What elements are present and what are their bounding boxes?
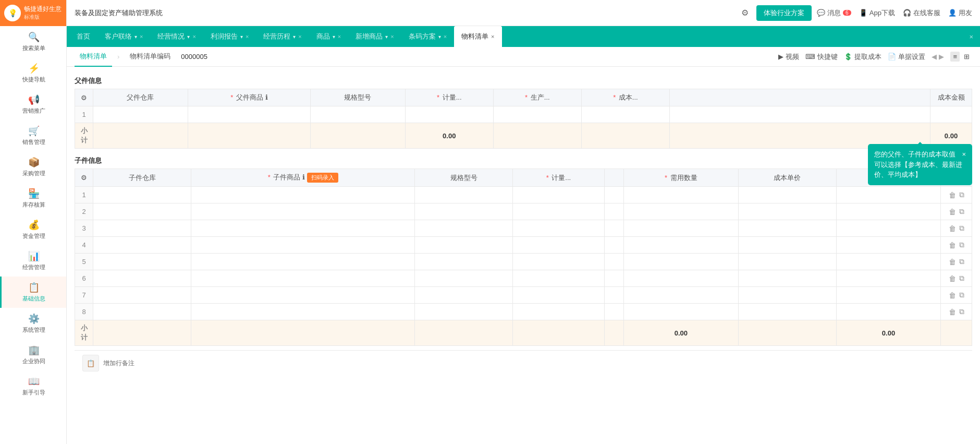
- copy-icon[interactable]: ⧉: [959, 257, 964, 266]
- child-col-gear[interactable]: ⚙: [75, 169, 93, 187]
- copy-icon[interactable]: ⧉: [959, 291, 964, 299]
- child-cell-spec[interactable]: [414, 304, 512, 320]
- parent-cell-unit[interactable]: [405, 106, 493, 123]
- child-cell-spec[interactable]: [414, 237, 512, 254]
- delete-icon[interactable]: 🗑: [949, 274, 956, 283]
- copy-icon[interactable]: ⧉: [959, 207, 964, 216]
- extract-cost-button[interactable]: 💲 提取成本: [844, 52, 881, 62]
- user-menu[interactable]: 👤 用友: [948, 8, 972, 18]
- scan-input-button[interactable]: 扫码录入: [307, 173, 338, 183]
- child-cell-warehouse[interactable]: [93, 304, 191, 320]
- child-cell-unit[interactable]: [513, 254, 604, 270]
- copy-icon[interactable]: ⧉: [959, 307, 964, 316]
- child-cell-qty[interactable]: [624, 203, 738, 220]
- child-cell-unit-cost[interactable]: [738, 220, 836, 237]
- parent-cell-spec[interactable]: [311, 106, 406, 123]
- child-cell-warehouse[interactable]: [93, 237, 191, 254]
- child-cell-warehouse[interactable]: [93, 187, 191, 203]
- child-cell-unit[interactable]: [513, 220, 604, 237]
- child-cell-unit[interactable]: [513, 237, 604, 254]
- child-cell-goods[interactable]: [191, 220, 415, 237]
- trial-button[interactable]: 体验行业方案: [756, 5, 812, 21]
- grid-view-icon[interactable]: ⊞: [961, 52, 972, 62]
- child-cell-unit[interactable]: [513, 287, 604, 304]
- tab-bom[interactable]: 物料清单 ×: [454, 26, 501, 47]
- child-cell-unit-cost[interactable]: [738, 187, 836, 203]
- child-cell-spec[interactable]: [414, 187, 512, 203]
- child-cell-unit-cost[interactable]: [738, 254, 836, 270]
- close-icon[interactable]: ×: [140, 33, 143, 40]
- close-icon[interactable]: ×: [491, 33, 494, 40]
- parent-cell-cost[interactable]: [581, 106, 669, 123]
- child-cell-spec[interactable]: [414, 287, 512, 304]
- delete-icon[interactable]: 🗑: [949, 291, 956, 299]
- shortcut-button[interactable]: ⌨ 快捷键: [805, 52, 838, 62]
- child-cell-spec[interactable]: [414, 203, 512, 220]
- child-cell-spec[interactable]: [414, 220, 512, 237]
- child-cell-spec[interactable]: [414, 270, 512, 287]
- next-arrow[interactable]: ▶: [939, 53, 944, 61]
- child-cell-unit[interactable]: [513, 270, 604, 287]
- tab-customer[interactable]: 客户联络 ▾ ×: [97, 26, 150, 47]
- list-view-icon[interactable]: ≡: [950, 52, 960, 62]
- sidebar-item-marketing[interactable]: 📢 营销推广: [0, 89, 66, 120]
- copy-icon[interactable]: ⧉: [959, 274, 964, 283]
- close-icon[interactable]: ×: [246, 33, 249, 40]
- delete-icon[interactable]: 🗑: [949, 258, 956, 266]
- sidebar-item-operation[interactable]: 📊 经营管理: [0, 245, 66, 277]
- sidebar-item-finance[interactable]: 💰 资金管理: [0, 214, 66, 245]
- tooltip-close-button[interactable]: ×: [962, 149, 966, 160]
- online-service-button[interactable]: 🎧 在线客服: [903, 8, 940, 18]
- prev-arrow[interactable]: ◀: [932, 53, 937, 61]
- add-note-icon[interactable]: 📋: [82, 355, 99, 371]
- child-cell-qty[interactable]: [624, 220, 738, 237]
- child-cell-unit-cost[interactable]: [738, 287, 836, 304]
- copy-icon[interactable]: ⧉: [959, 190, 964, 199]
- sidebar-item-enterprise[interactable]: 🏢 企业协同: [0, 339, 66, 370]
- tab-home[interactable]: 首页: [69, 26, 97, 47]
- child-cell-qty[interactable]: [624, 237, 738, 254]
- child-cell-spec[interactable]: [414, 254, 512, 270]
- sidebar-item-guide[interactable]: 📖 新手引导: [0, 370, 66, 402]
- delete-icon[interactable]: 🗑: [949, 241, 956, 249]
- view-video-button[interactable]: ▶ 视频: [778, 52, 799, 62]
- parent-col-gear[interactable]: ⚙: [75, 89, 93, 106]
- sidebar-item-inventory[interactable]: 🏪 库存核算: [0, 183, 66, 214]
- sidebar-item-basic-info[interactable]: 📋 基础信息: [0, 277, 66, 308]
- child-cell-qty[interactable]: [624, 270, 738, 287]
- close-icon[interactable]: ×: [192, 33, 195, 40]
- child-cell-unit-cost[interactable]: [738, 237, 836, 254]
- child-cell-goods[interactable]: [191, 287, 415, 304]
- parent-cell-produce[interactable]: [493, 106, 581, 123]
- close-icon[interactable]: ×: [298, 33, 301, 40]
- parent-cell-goods[interactable]: [188, 106, 311, 123]
- settings-icon[interactable]: ⚙: [741, 8, 749, 18]
- child-cell-goods[interactable]: [191, 203, 415, 220]
- child-cell-warehouse[interactable]: [93, 287, 191, 304]
- sidebar-item-sales[interactable]: 🛒 销售管理: [0, 120, 66, 151]
- sub-tab-bom-list[interactable]: 物料清单: [75, 47, 112, 67]
- copy-icon[interactable]: ⧉: [959, 241, 964, 249]
- tab-new-goods[interactable]: 新增商品 ▾ ×: [348, 26, 401, 47]
- child-cell-unit[interactable]: [513, 187, 604, 203]
- child-cell-qty[interactable]: [624, 254, 738, 270]
- child-cell-qty[interactable]: [624, 287, 738, 304]
- delete-icon[interactable]: 🗑: [949, 224, 956, 233]
- delete-icon[interactable]: 🗑: [949, 208, 956, 216]
- single-setting-button[interactable]: 📄 单据设置: [888, 52, 925, 62]
- close-icon[interactable]: ×: [444, 33, 447, 40]
- child-cell-unit-cost[interactable]: [738, 304, 836, 320]
- parent-cell-warehouse[interactable]: [93, 106, 188, 123]
- sidebar-item-quick-nav[interactable]: ⚡ 快捷导航: [0, 57, 66, 89]
- tab-operation-history[interactable]: 经营历程 ▾ ×: [256, 26, 309, 47]
- child-cell-unit-cost[interactable]: [738, 270, 836, 287]
- child-cell-warehouse[interactable]: [93, 203, 191, 220]
- child-cell-unit[interactable]: [513, 203, 604, 220]
- delete-icon[interactable]: 🗑: [949, 308, 956, 316]
- child-cell-warehouse[interactable]: [93, 254, 191, 270]
- delete-icon[interactable]: 🗑: [949, 191, 956, 199]
- child-cell-goods[interactable]: [191, 254, 415, 270]
- close-icon[interactable]: ×: [390, 33, 394, 40]
- child-cell-goods[interactable]: [191, 237, 415, 254]
- sidebar-item-search[interactable]: 🔍 搜索菜单: [0, 26, 66, 57]
